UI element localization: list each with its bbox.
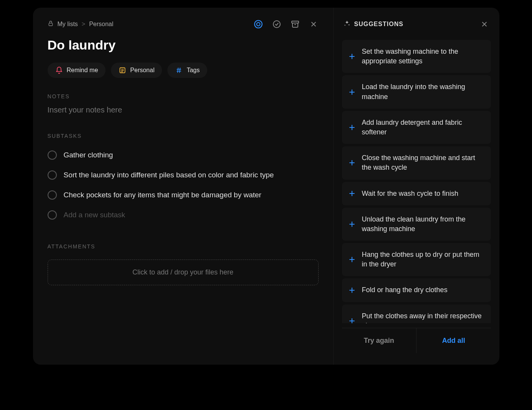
- attachments-section-label: ATTACHMENTS: [48, 243, 319, 250]
- breadcrumb-separator: >: [82, 21, 85, 28]
- svg-point-1: [254, 20, 262, 28]
- suggestion-text: Put the clothes away in their respective…: [362, 311, 485, 323]
- suggestion-item[interactable]: Unload the clean laundry from the washin…: [342, 208, 491, 241]
- tags-chip[interactable]: Tags: [167, 63, 207, 78]
- suggestion-item[interactable]: Fold or hang the dry clothes: [342, 278, 491, 302]
- header-actions: [253, 19, 319, 29]
- subtasks-list: Gather clothing Sort the laundry into di…: [48, 145, 319, 225]
- plus-icon: [348, 159, 356, 167]
- suggestions-footer: Try again Add all: [342, 328, 491, 353]
- suggestion-text: Unload the clean laundry from the washin…: [362, 215, 485, 234]
- notes-section-label: NOTES: [48, 93, 319, 99]
- suggestion-item[interactable]: Add laundry detergent and fabric softene…: [342, 111, 491, 144]
- breadcrumb-root[interactable]: My lists: [58, 21, 78, 28]
- remind-me-chip[interactable]: Remind me: [48, 63, 106, 78]
- suggestions-header: SUGGESTIONS: [342, 19, 491, 29]
- close-suggestions-icon[interactable]: [479, 19, 489, 29]
- suggestion-item[interactable]: Load the laundry into the washing machin…: [342, 75, 491, 108]
- target-icon[interactable]: [253, 19, 263, 29]
- check-circle-icon[interactable]: [272, 19, 282, 29]
- sparkle-icon: [344, 20, 350, 28]
- plus-icon: [348, 124, 356, 131]
- plus-icon: [348, 53, 356, 60]
- attachments-dropzone[interactable]: Click to add / drop your files here: [48, 260, 319, 285]
- lock-icon: [48, 20, 54, 28]
- chip-row: Remind me Personal Tags: [48, 63, 319, 78]
- try-again-button[interactable]: Try again: [342, 328, 417, 353]
- remind-me-label: Remind me: [67, 67, 98, 74]
- add-all-button[interactable]: Add all: [416, 328, 491, 353]
- list-chip[interactable]: Personal: [111, 63, 162, 78]
- subtask-checkbox[interactable]: [48, 150, 57, 160]
- suggestion-text: Close the washing machine and start the …: [362, 153, 485, 172]
- tags-chip-label: Tags: [187, 67, 200, 74]
- plus-icon: [348, 286, 356, 294]
- suggestion-text: Add laundry detergent and fabric softene…: [362, 118, 485, 137]
- hash-icon: [175, 66, 183, 74]
- list-icon: [119, 66, 126, 74]
- subtask-text: Gather clothing: [64, 151, 113, 159]
- subtask-checkbox[interactable]: [48, 170, 57, 180]
- plus-icon: [348, 256, 356, 263]
- add-subtask-placeholder: Add a new subtask: [64, 211, 126, 219]
- subtask-text: Check pockets for any items that might b…: [64, 191, 261, 199]
- suggestion-text: Fold or hang the dry clothes: [362, 285, 448, 295]
- plus-icon: [348, 317, 356, 323]
- subtask-checkbox[interactable]: [48, 210, 57, 220]
- svg-rect-0: [49, 23, 52, 26]
- plus-icon: [348, 190, 356, 197]
- subtask-text: Sort the laundry into different piles ba…: [64, 171, 274, 179]
- breadcrumb-current[interactable]: Personal: [89, 21, 113, 28]
- subtask-row[interactable]: Check pockets for any items that might b…: [48, 185, 319, 205]
- subtask-row[interactable]: Gather clothing: [48, 145, 319, 165]
- suggestion-text: Wait for the wash cycle to finish: [362, 189, 458, 198]
- add-subtask-row[interactable]: Add a new subtask: [48, 205, 319, 225]
- task-main-panel: My lists > Personal Do laundry: [33, 8, 334, 365]
- subtasks-section-label: SUBTASKS: [48, 133, 319, 139]
- suggestion-text: Load the laundry into the washing machin…: [362, 82, 485, 101]
- task-title[interactable]: Do laundry: [48, 38, 319, 53]
- list-chip-label: Personal: [130, 67, 154, 74]
- notes-input[interactable]: [48, 106, 319, 114]
- suggestions-list: Set the washing machine to the appropria…: [342, 40, 491, 323]
- suggestion-text: Hang the clothes up to dry or put them i…: [362, 250, 485, 269]
- suggestions-title-wrap: SUGGESTIONS: [344, 20, 403, 28]
- suggestions-title: SUGGESTIONS: [354, 21, 403, 28]
- close-icon[interactable]: [309, 19, 319, 29]
- svg-point-3: [273, 21, 280, 28]
- suggestion-item[interactable]: Wait for the wash cycle to finish: [342, 182, 491, 205]
- suggestion-item[interactable]: Hang the clothes up to dry or put them i…: [342, 243, 491, 276]
- svg-rect-4: [292, 21, 299, 23]
- suggestion-item[interactable]: Set the washing machine to the appropria…: [342, 40, 491, 73]
- subtask-checkbox[interactable]: [48, 190, 57, 200]
- suggestion-item[interactable]: Close the washing machine and start the …: [342, 146, 491, 179]
- task-modal: My lists > Personal Do laundry: [33, 8, 499, 365]
- archive-icon[interactable]: [290, 19, 300, 29]
- bell-icon: [55, 66, 63, 74]
- suggestions-panel: SUGGESTIONS Set the washing machine to t…: [334, 8, 499, 365]
- plus-icon: [348, 88, 356, 96]
- svg-point-2: [256, 23, 260, 26]
- plus-icon: [348, 220, 356, 228]
- breadcrumb: My lists > Personal: [48, 20, 114, 28]
- suggestion-text: Set the washing machine to the appropria…: [362, 47, 485, 66]
- top-row: My lists > Personal: [48, 19, 319, 29]
- suggestion-item[interactable]: Put the clothes away in their respective…: [342, 304, 491, 323]
- subtask-row[interactable]: Sort the laundry into different piles ba…: [48, 165, 319, 185]
